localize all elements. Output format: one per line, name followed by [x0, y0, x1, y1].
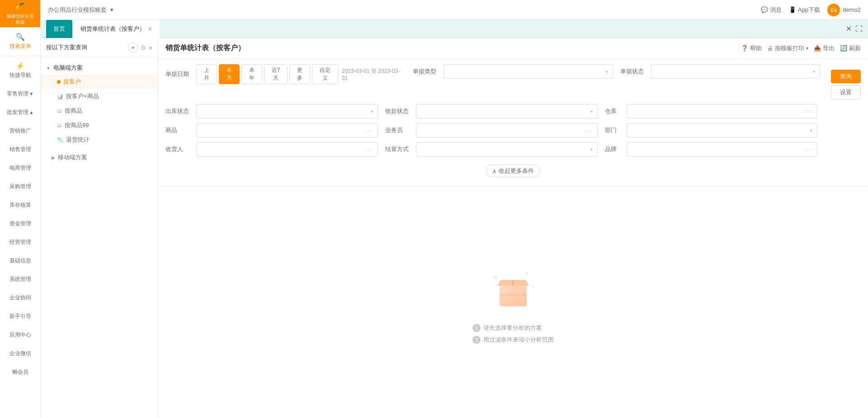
- date-custom-btn[interactable]: 自定义: [312, 64, 338, 84]
- warehouse-select[interactable]: ···: [627, 104, 817, 119]
- salesperson-select[interactable]: ···: [416, 123, 598, 138]
- date-this-month-btn[interactable]: 本月: [219, 64, 240, 84]
- hint-2-num: 2: [472, 336, 481, 344]
- edit-scheme-btn[interactable]: ⊙: [141, 44, 146, 51]
- tab-bar: 首页 销货单统计表（按客户） ✕ ✕ ⛶: [41, 20, 868, 38]
- page-title: 销货单统计表（按客户）: [165, 43, 245, 53]
- sidebar-item-search[interactable]: 🔍 搜索菜单: [0, 27, 40, 56]
- collapse-panel-btn[interactable]: «: [149, 44, 152, 51]
- date-last-7-btn[interactable]: 近7天: [264, 64, 288, 84]
- breadcrumb-arrow[interactable]: ▾: [110, 6, 113, 13]
- header-right: 💬 消息 📱 App下载 Ea demo2: [761, 4, 861, 16]
- app-name: 畅捷信好生意: [7, 13, 34, 19]
- operations-label: 经营管理: [9, 238, 31, 246]
- query-btn[interactable]: 查询: [831, 70, 861, 83]
- salesperson-label: 业务员: [385, 126, 412, 134]
- goods-select[interactable]: ···: [196, 123, 378, 138]
- sidebar-item-sales[interactable]: 销售管理: [0, 140, 41, 159]
- add-scheme-btn[interactable]: +: [128, 43, 138, 52]
- svg-text:✦: ✦: [531, 285, 534, 289]
- sidebar-item-vip[interactable]: 畅会员: [0, 363, 41, 381]
- user-info[interactable]: Ea demo2: [827, 4, 861, 16]
- collect-status-select[interactable]: ▾: [416, 104, 598, 119]
- date-more-btn[interactable]: 更多: [289, 64, 310, 84]
- scheme-item-by-customer[interactable]: 按客户: [41, 75, 158, 89]
- retail-label: 零售管理: [7, 90, 28, 98]
- sidebar-item-quick-nav[interactable]: ⚡ 快捷导航: [0, 56, 41, 85]
- goods-dots: ···: [365, 127, 373, 134]
- system-label: 系统管理: [9, 276, 31, 283]
- order-status-select[interactable]: ▾: [651, 64, 821, 79]
- scheme-item-by-product[interactable]: 🗂 按商品: [41, 104, 158, 118]
- sidebar-item-basic[interactable]: 基础信息: [0, 252, 41, 270]
- tab-home[interactable]: 首页: [46, 20, 72, 38]
- sidebar-item-apps[interactable]: 应用中心: [0, 326, 41, 344]
- scheme-item-customer-product[interactable]: 📊 按客户+商品: [41, 89, 158, 104]
- sidebar-item-inventory[interactable]: 库存核算: [0, 196, 41, 214]
- print-arrow: ▾: [806, 46, 808, 51]
- settle-method-label: 结算方式: [385, 145, 412, 153]
- right-content: 销货单统计表（按客户） ❓ 帮助 🖨 按模板打印 ▾ 📤 导出: [158, 38, 868, 418]
- desktop-arrow-icon: ▼: [46, 66, 51, 71]
- receiver-select[interactable]: ···: [196, 142, 378, 157]
- query-buttons: 查询 设置: [827, 64, 861, 100]
- out-status-select[interactable]: ▾: [196, 104, 378, 119]
- settings-btn[interactable]: 设置: [831, 85, 861, 100]
- retail-arrow: ▼: [29, 91, 34, 96]
- order-type-label: 单据类型: [413, 67, 440, 76]
- sidebar-item-marketing[interactable]: 营销推广: [0, 122, 41, 140]
- tab-close-window-icon[interactable]: ✕: [846, 24, 852, 33]
- app-download-btn[interactable]: 📱 App下载: [789, 6, 820, 14]
- help-btn[interactable]: ❓ 帮助: [741, 44, 762, 52]
- warehouse-dots: ···: [805, 108, 812, 115]
- order-type-select[interactable]: ▾: [443, 64, 613, 79]
- sidebar-item-guide[interactable]: 新手引导: [0, 307, 41, 326]
- print-btn[interactable]: 🖨 按模板打印 ▾: [767, 44, 808, 52]
- filter-area: 单据日期 上月 本月 本年 近7天 更多 自定义 2023-03-01 至 20…: [158, 59, 868, 187]
- ecommerce-label: 电商管理: [9, 164, 31, 172]
- date-label: 单据日期: [165, 70, 193, 78]
- collapse-btn[interactable]: ∧ 收起更多条件: [486, 165, 540, 177]
- sales-label: 销售管理: [9, 146, 31, 153]
- collapse-label: 收起更多条件: [499, 167, 534, 175]
- wholesale-label: 批发管理: [7, 109, 28, 116]
- tab-fullscreen-icon[interactable]: ⛶: [855, 25, 863, 33]
- sidebar-item-finance[interactable]: 资金管理: [0, 214, 41, 233]
- sidebar-item-wechat[interactable]: 企业微信: [0, 344, 41, 363]
- desktop-scheme-header[interactable]: ▼ 电脑端方案: [41, 61, 158, 75]
- brand-select[interactable]: ···: [627, 142, 817, 157]
- message-btn[interactable]: 💬 消息: [761, 6, 782, 14]
- scheme-item-by-product-99[interactable]: 🗂 按商品99: [41, 118, 158, 133]
- date-last-month-btn[interactable]: 上月: [196, 64, 217, 84]
- settle-method-select[interactable]: ▾: [416, 142, 598, 157]
- mobile-scheme-header[interactable]: ▶ 移动端方案: [41, 151, 158, 164]
- tab-sales-stat[interactable]: 销货单统计表（按客户） ✕: [73, 20, 160, 38]
- guide-label: 新手引导: [9, 313, 31, 320]
- date-range-text: 2023-03-01 至 2023-03-31: [342, 67, 406, 81]
- collect-status-label: 收款状态: [385, 107, 412, 115]
- sidebar-item-purchase[interactable]: 采购管理: [0, 177, 41, 196]
- export-btn[interactable]: 📤 导出: [814, 44, 835, 52]
- goods-label: 商品: [165, 126, 193, 134]
- department-select[interactable]: ▾: [627, 123, 817, 138]
- sidebar-item-retail[interactable]: 零售管理 ▼: [0, 85, 41, 103]
- sidebar-item-enterprise[interactable]: 企业协同: [0, 289, 41, 307]
- desktop-scheme-label: 电脑端方案: [53, 64, 83, 72]
- sidebar-item-ecommerce[interactable]: 电商管理: [0, 159, 41, 177]
- tab-close-icon[interactable]: ✕: [148, 26, 152, 32]
- scheme-item-return[interactable]: 📉 退货统计: [41, 133, 158, 147]
- sidebar-item-system[interactable]: 系统管理: [0, 270, 41, 289]
- wholesale-arrow: ▲: [29, 110, 34, 115]
- refresh-btn[interactable]: 🔄 刷新: [840, 44, 861, 52]
- export-label: 导出: [823, 44, 835, 52]
- hint-2-text: 用过滤条件来缩小分析范围: [483, 336, 554, 344]
- sidebar-item-operations[interactable]: 经营管理: [0, 233, 41, 252]
- user-name: demo2: [843, 6, 861, 13]
- enterprise-label: 企业协同: [9, 294, 31, 302]
- sidebar-item-wholesale[interactable]: 批发管理 ▲: [0, 103, 41, 122]
- svg-text:✦: ✦: [526, 271, 529, 276]
- date-this-year-btn[interactable]: 本年: [241, 64, 262, 84]
- receiver-dots: ···: [365, 146, 373, 153]
- app-download-icon: 📱: [789, 6, 796, 13]
- empty-hint-2: 2 用过滤条件来缩小分析范围: [472, 336, 554, 344]
